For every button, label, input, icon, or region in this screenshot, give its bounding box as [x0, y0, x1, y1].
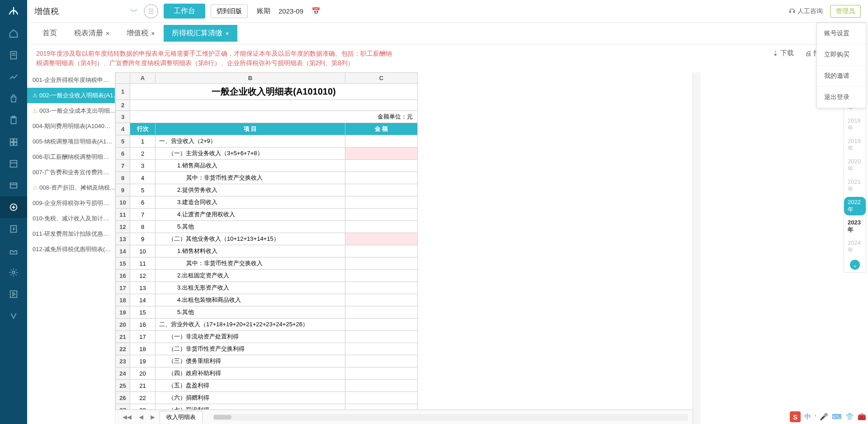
tree-item[interactable]: ⚠002-一般企业收入明细表(A1…: [27, 88, 115, 103]
menu-item[interactable]: 账号设置: [817, 23, 866, 44]
tree-item[interactable]: 006-职工薪酬纳税调整明细…: [27, 149, 115, 165]
svg-point-15: [12, 271, 15, 274]
spreadsheet[interactable]: ABC1一般企业收入明细表(A101010)23金额单位：元4行次项 目金 额5…: [115, 72, 418, 410]
left-sidebar: [0, 0, 27, 424]
svg-rect-9: [10, 161, 17, 167]
warning-icon: ⚠: [33, 92, 38, 99]
nav-settings-icon[interactable]: [0, 262, 27, 283]
menu-item[interactable]: 退出登录: [817, 87, 866, 108]
svg-rect-5: [10, 139, 13, 142]
tree-item[interactable]: ⚠008-资产折旧、摊销及纳税…: [27, 180, 115, 195]
tab[interactable]: 税表清册×: [66, 25, 118, 42]
nav-box-icon[interactable]: [0, 175, 27, 196]
topbar: 增值税 ﹀ 工作台 切到旧版 账期 2023-09 📅 人工咨询 管理员: [27, 0, 868, 23]
year-option[interactable]: 2018年: [844, 115, 866, 134]
nav-export-icon[interactable]: [0, 218, 27, 240]
nav-bag-icon[interactable]: [0, 88, 27, 110]
nav-inbox-icon[interactable]: [0, 240, 27, 262]
tree-item[interactable]: 005-纳税调整项目明细表(A1…: [27, 134, 115, 149]
tree-item[interactable]: 009-企业所得税弥补亏损明…: [27, 195, 115, 211]
period-value[interactable]: 2023-09: [278, 7, 303, 15]
app-logo: [0, 0, 27, 23]
switch-old-button[interactable]: 切到旧版: [211, 5, 248, 18]
year-option[interactable]: 2020年: [844, 156, 866, 175]
tree-item[interactable]: 007-广告费和业务宣传费跨…: [27, 165, 115, 180]
tree-item[interactable]: 011-研发费用加计扣除优惠…: [27, 226, 115, 242]
sheet-nav-next[interactable]: ▶: [148, 414, 158, 420]
consult-button[interactable]: 人工咨询: [788, 7, 823, 15]
tree-item[interactable]: 012-减免所得税优惠明细表(…: [27, 242, 115, 257]
ime-keyboard-icon[interactable]: ⌨: [832, 413, 842, 421]
year-option[interactable]: 2023年: [844, 217, 866, 236]
ime-punct[interactable]: ': [815, 413, 816, 421]
nav-grid-icon[interactable]: [0, 131, 27, 153]
tab[interactable]: 增值税×: [118, 25, 163, 42]
year-option[interactable]: 2022年: [844, 197, 866, 215]
close-icon[interactable]: ×: [225, 30, 229, 37]
download-button[interactable]: ⇣ 下载: [773, 49, 794, 57]
ime-toolbar: S 中 ' 🎤 ⌨ 👕 🧰: [790, 411, 866, 422]
vertical-scrollbar[interactable]: [693, 72, 701, 424]
chevron-down-icon[interactable]: ⌄: [850, 260, 860, 270]
ime-badge[interactable]: S: [790, 411, 801, 422]
sheet-nav-first[interactable]: ◀◀: [120, 414, 134, 420]
round-doc-button[interactable]: [144, 4, 158, 19]
nav-doc-icon[interactable]: [0, 44, 27, 66]
admin-button[interactable]: 管理员: [830, 5, 861, 18]
page-tabs: 首页税表清册×增值税×所得税汇算清缴×: [27, 23, 868, 44]
nav-tax-icon[interactable]: [0, 196, 27, 218]
nav-clipboard-icon[interactable]: [0, 110, 27, 131]
horizontal-scrollbar[interactable]: [213, 414, 688, 420]
nav-play-icon[interactable]: [0, 283, 27, 305]
tree-item[interactable]: 001-企业所得税年度纳税申…: [27, 72, 115, 88]
menu-item[interactable]: 我的邀请: [817, 66, 866, 87]
close-icon[interactable]: ×: [151, 30, 155, 37]
sheet-tabbar: ◀◀ ◀ ▶ 收入明细表: [115, 410, 693, 424]
close-icon[interactable]: ×: [106, 30, 109, 37]
ime-tool-icon[interactable]: 🧰: [858, 413, 866, 421]
nav-v-icon[interactable]: [0, 305, 27, 327]
chevron-down-icon: ﹀: [130, 6, 138, 17]
year-option[interactable]: 2021年: [844, 176, 866, 195]
form-tree: 001-企业所得税年度纳税申…⚠002-一般企业收入明细表(A1…⚠003-一般…: [27, 72, 115, 424]
svg-rect-8: [14, 143, 17, 145]
user-dropdown-menu: 账号设置立即购买我的邀请退出登录: [816, 23, 866, 108]
svg-rect-7: [10, 143, 13, 145]
warning-icon: ⚠: [33, 108, 38, 114]
year-option[interactable]: 2024年: [844, 238, 866, 256]
dropdown-label: 增值税: [34, 6, 59, 17]
alert-text: 2019年度涉及取以前年度结转数据的申报表单元格需要手工维护正确，才能保证本年及…: [36, 49, 398, 68]
ime-skin-icon[interactable]: 👕: [845, 413, 854, 421]
year-option[interactable]: 2019年: [844, 136, 866, 154]
nav-template-icon[interactable]: [0, 153, 27, 175]
svg-rect-6: [14, 139, 17, 142]
tree-item[interactable]: ⚠003-一般企业成本支出明细…: [27, 103, 115, 119]
period-label: 账期: [257, 7, 270, 15]
tab[interactable]: 首页: [34, 25, 65, 42]
ime-mic-icon[interactable]: 🎤: [820, 413, 828, 421]
warning-icon: ⚠: [33, 185, 38, 191]
workspace-button[interactable]: 工作台: [164, 4, 205, 19]
tax-type-dropdown[interactable]: 增值税 ﹀: [34, 6, 138, 17]
svg-marker-17: [13, 292, 15, 295]
sheet-tab[interactable]: 收入明细表: [160, 411, 203, 423]
nav-chart-icon[interactable]: [0, 66, 27, 88]
tree-item[interactable]: 004-期间费用明细表(A1040…: [27, 119, 115, 134]
tab[interactable]: 所得税汇算清缴×: [164, 25, 237, 42]
tree-item[interactable]: 010-免税、减计收入及加计…: [27, 211, 115, 226]
svg-rect-11: [10, 183, 17, 188]
nav-home-icon[interactable]: [0, 23, 27, 44]
calendar-icon[interactable]: 📅: [311, 7, 321, 15]
menu-item[interactable]: 立即购买: [817, 44, 866, 66]
sheet-nav-prev[interactable]: ◀: [136, 414, 146, 420]
ime-lang[interactable]: 中: [804, 413, 811, 421]
